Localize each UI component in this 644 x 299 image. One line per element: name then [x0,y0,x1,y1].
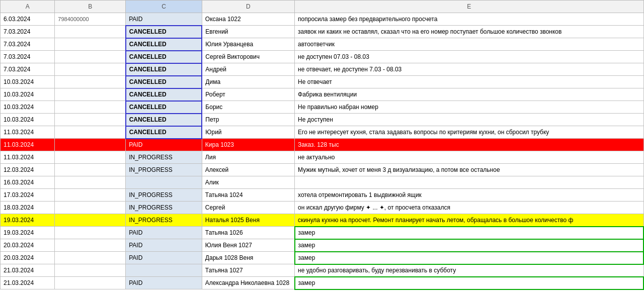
cell-date[interactable]: 19.03.2024 [1,214,55,227]
cell-status[interactable]: IN_PROGRESS [126,189,202,202]
cell-note[interactable]: Мужик мутный, хочет от меня 3 д визуализ… [295,164,643,176]
cell-name[interactable]: Кира 1023 [202,139,294,151]
cell-note[interactable]: автоответчик [295,38,643,51]
cell-name[interactable]: Роберт [202,88,294,101]
cell-phone[interactable] [55,26,126,38]
cell-phone[interactable] [55,126,126,139]
cell-name[interactable]: Евгений [202,26,294,38]
cell-note[interactable]: хотела отремонтировать 1 выдвижной ящик [295,189,643,202]
cell-phone[interactable] [55,189,126,202]
cell-status[interactable]: CANCELLED [126,38,202,51]
cell-date[interactable]: 20.03.2024 [1,239,55,252]
cell-date[interactable]: 17.03.2024 [1,189,55,202]
cell-status[interactable]: CANCELLED [126,26,202,38]
cell-name[interactable]: Петр [202,114,294,126]
cell-phone[interactable] [55,277,126,289]
cell-phone[interactable] [55,101,126,114]
cell-date[interactable]: 11.03.2024 [1,126,55,139]
cell-name[interactable]: Татьяна 1024 [202,189,294,202]
cell-note[interactable]: Заказ. 128 тыс [295,139,643,151]
cell-status[interactable]: PAID [126,13,202,26]
cell-status[interactable]: CANCELLED [126,51,202,63]
cell-date[interactable]: 18.03.2024 [1,202,55,214]
cell-phone[interactable] [55,151,126,164]
cell-date[interactable]: 6.03.2024 [1,13,55,26]
cell-date[interactable]: 7.03.2024 [1,26,55,38]
cell-date[interactable]: 7.03.2024 [1,38,55,51]
col-header-d[interactable]: D [202,1,294,13]
cell-date[interactable]: 10.03.2024 [1,101,55,114]
cell-note[interactable]: заявок ни каких не оставлял, сказал что … [295,26,643,38]
cell-name[interactable]: Наталья 1025 Веня [202,214,294,227]
cell-status[interactable]: IN_PROGRESS [126,202,202,214]
cell-date[interactable]: 21.03.2024 [1,277,55,289]
cell-phone[interactable] [55,264,126,277]
cell-name[interactable]: Алексей [202,164,294,176]
cell-status[interactable]: PAID [126,277,202,289]
cell-date[interactable]: 21.03.2024 [1,264,55,277]
cell-status[interactable] [126,264,202,277]
cell-name[interactable]: Алик [202,176,294,189]
cell-date[interactable]: 7.03.2024 [1,51,55,63]
cell-date[interactable]: 10.03.2024 [1,114,55,126]
cell-phone[interactable] [55,214,126,227]
cell-phone[interactable] [55,239,126,252]
cell-date[interactable]: 20.03.2024 [1,252,55,264]
cell-name[interactable]: Дима [202,76,294,88]
cell-name[interactable]: Татьяна 1026 [202,227,294,239]
cell-name[interactable]: Сергей [202,202,294,214]
cell-phone[interactable]: 7984000000 [55,13,126,26]
cell-phone[interactable] [55,176,126,189]
cell-status[interactable]: PAID [126,227,202,239]
cell-phone[interactable] [55,227,126,239]
cell-note[interactable]: Его не интересует кухня, стала задавать … [295,126,643,139]
cell-status[interactable]: CANCELLED [126,114,202,126]
cell-phone[interactable] [55,202,126,214]
cell-phone[interactable] [55,252,126,264]
col-header-b[interactable]: B [55,1,126,13]
cell-date[interactable]: 10.03.2024 [1,76,55,88]
cell-note[interactable]: Фабрика вентиляции [295,88,643,101]
cell-date[interactable]: 7.03.2024 [1,63,55,76]
cell-status[interactable]: IN_PROGRESS [126,164,202,176]
cell-status[interactable]: CANCELLED [126,126,202,139]
cell-status[interactable] [126,176,202,189]
cell-name[interactable]: Юрий [202,126,294,139]
cell-note[interactable]: замер [295,239,643,252]
cell-status[interactable]: CANCELLED [126,88,202,101]
cell-date[interactable]: 10.03.2024 [1,88,55,101]
cell-name[interactable]: Юлия Веня 1027 [202,239,294,252]
cell-phone[interactable] [55,51,126,63]
cell-date[interactable]: 19.03.2024 [1,227,55,239]
cell-date[interactable]: 11.03.2024 [1,139,55,151]
cell-phone[interactable] [55,164,126,176]
cell-name[interactable]: Александра Николаевна 1028 [202,277,294,289]
cell-note[interactable]: он искал другую фирму ✦ ... ✦, от просче… [295,202,643,214]
cell-status[interactable]: IN_PROGRESS [126,151,202,164]
cell-note[interactable]: Не отвечает [295,76,643,88]
cell-status[interactable]: PAID [126,239,202,252]
cell-name[interactable]: Оксана 1022 [202,13,294,26]
cell-note[interactable]: замер [295,227,643,239]
cell-name[interactable]: Лия [202,151,294,164]
cell-note[interactable]: не доступен 07.03 - 08.03 [295,51,643,63]
cell-name[interactable]: Борис [202,101,294,114]
cell-name[interactable]: Сергей Викторович [202,51,294,63]
cell-note[interactable]: не актуально [295,151,643,164]
cell-date[interactable]: 11.03.2024 [1,151,55,164]
cell-note[interactable]: не удобно разговаривать, буду перезванив… [295,264,643,277]
cell-phone[interactable] [55,139,126,151]
col-header-a[interactable]: A [1,1,55,13]
cell-phone[interactable] [55,88,126,101]
cell-note[interactable]: скинула кухню на просчет. Ремонт планиру… [295,214,643,227]
cell-status[interactable]: IN_PROGRESS [126,214,202,227]
cell-phone[interactable] [55,76,126,88]
cell-note[interactable] [295,176,643,189]
cell-phone[interactable] [55,114,126,126]
cell-status[interactable]: CANCELLED [126,101,202,114]
cell-name[interactable]: Татьяна 1027 [202,264,294,277]
cell-status[interactable]: PAID [126,139,202,151]
cell-status[interactable]: CANCELLED [126,76,202,88]
col-header-c[interactable]: C [126,1,202,13]
cell-date[interactable]: 12.03.2024 [1,164,55,176]
